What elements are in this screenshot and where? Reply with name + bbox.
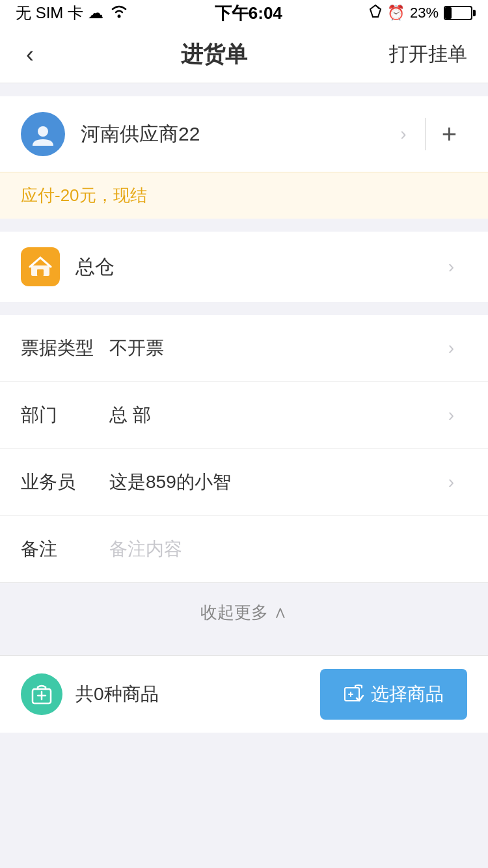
invoice-row[interactable]: 票据类型 不开票 › [0, 315, 488, 381]
page-content: 河南供应商22 › + 应付-20元，现结 总仓 › 票据类型 不开 [0, 83, 488, 868]
department-row[interactable]: 部门 总 部 › [0, 381, 488, 448]
invoice-chevron-icon: › [448, 338, 454, 359]
status-time: 下午6:04 [215, 2, 282, 25]
page-title: 进货单 [181, 40, 247, 70]
warehouse-name: 总仓 [75, 254, 448, 280]
nav-bar: ‹ 进货单 打开挂单 [0, 26, 488, 83]
collapse-row[interactable]: 收起更多 ∧ [0, 582, 488, 642]
alarm-icon: ⏰ [387, 5, 405, 21]
warehouse-row[interactable]: 总仓 › [0, 232, 488, 302]
collapse-label: 收起更多 ∧ [200, 601, 287, 624]
battery-icon [444, 6, 472, 20]
gap-4 [0, 642, 488, 655]
status-right: ⏰ 23% [369, 4, 472, 22]
supplier-chevron-icon: › [400, 124, 406, 144]
select-product-label: 选择商品 [371, 682, 444, 707]
gap-3 [0, 302, 488, 315]
form-card: 票据类型 不开票 › 部门 总 部 › 业务员 这是859的小智 › 备注 备注… [0, 315, 488, 642]
salesperson-row[interactable]: 业务员 这是859的小智 › [0, 448, 488, 515]
select-product-button[interactable]: 选择商品 [320, 669, 467, 720]
divider [425, 118, 426, 150]
supplier-row[interactable]: 河南供应商22 › + [0, 96, 488, 172]
invoice-value: 不开票 [109, 336, 448, 360]
svg-point-0 [117, 15, 120, 18]
gap-1 [0, 83, 488, 96]
department-label: 部门 [21, 403, 99, 427]
svg-point-1 [38, 126, 48, 137]
supplier-card: 河南供应商22 › + 应付-20元，现结 [0, 96, 488, 219]
warehouse-chevron-icon: › [448, 256, 454, 277]
salesperson-chevron-icon: › [448, 472, 454, 493]
back-button[interactable]: ‹ [21, 36, 39, 74]
salesperson-label: 业务员 [21, 470, 99, 495]
supplier-avatar [21, 112, 65, 156]
salesperson-value: 这是859的小智 [109, 470, 448, 495]
open-pending-button[interactable]: 打开挂单 [389, 41, 467, 68]
gap-2 [0, 219, 488, 232]
add-supplier-button[interactable]: + [431, 120, 467, 149]
product-icon [21, 673, 62, 715]
svg-rect-3 [37, 269, 44, 276]
bottom-bar: 共0种商品 选择商品 [0, 655, 488, 733]
supplier-name: 河南供应商22 [81, 121, 400, 148]
status-left: 无 SIM 卡 ☁ [16, 3, 128, 23]
location-icon [369, 4, 382, 22]
department-value: 总 部 [109, 403, 448, 427]
product-count-label: 共0种商品 [75, 682, 320, 707]
sim-label: 无 SIM 卡 ☁ [16, 3, 103, 23]
remark-label: 备注 [21, 537, 99, 562]
remark-row[interactable]: 备注 备注内容 [0, 515, 488, 582]
warehouse-icon [21, 247, 60, 286]
invoice-label: 票据类型 [21, 336, 99, 360]
wifi-icon [110, 4, 128, 22]
department-chevron-icon: › [448, 405, 454, 426]
supplier-alert: 应付-20元，现结 [0, 172, 488, 219]
warehouse-card[interactable]: 总仓 › [0, 232, 488, 302]
battery-percent: 23% [410, 5, 439, 21]
remark-input[interactable]: 备注内容 [109, 537, 467, 562]
status-bar: 无 SIM 卡 ☁ 下午6:04 ⏰ 23% [0, 0, 488, 26]
